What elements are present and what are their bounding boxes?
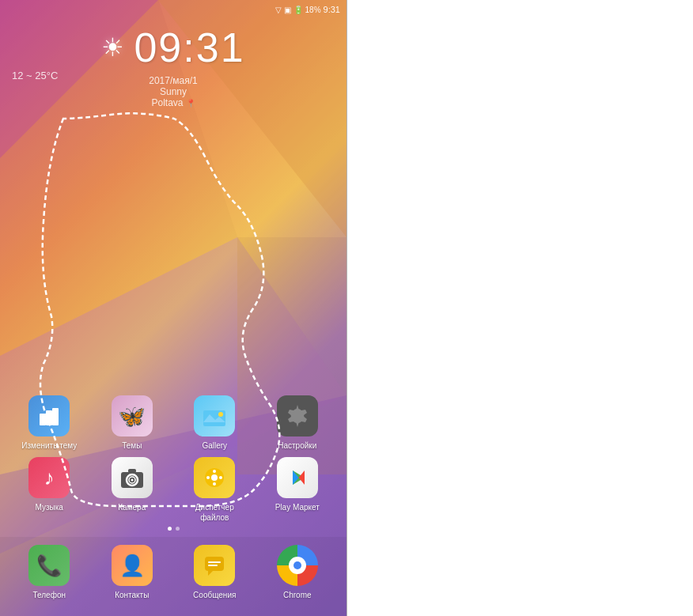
left-app-row-1: Изменить тему 🦋 Темы Gallery Настройки [8,395,339,451]
app-theme-left[interactable]: Изменить тему [21,395,77,451]
left-weather-label: Sunny [160,86,187,97]
svg-rect-28 [205,557,224,571]
battery-icon: 🔋 [293,6,303,14]
left-clock-main: ☀ 09:31 [101,24,244,71]
left-clock-widget: ☀ 09:31 [0,24,346,71]
app-settings-left[interactable]: Настройки [270,395,325,451]
left-clock-time: 09:31 [134,24,244,71]
signal-icon: ▣ [284,6,291,14]
app-files-left[interactable]: Диспетчер файлов [187,457,242,523]
app-play-left[interactable]: Play Маркет [270,457,325,523]
svg-rect-30 [208,561,221,563]
app-label-theme-left: Изменить тему [21,440,77,451]
app-icon-play-left [277,457,318,498]
left-temp: 12 ~ 25°C [12,70,58,81]
app-label-files-left: Диспетчер файлов [187,502,242,523]
svg-point-20 [211,474,218,481]
app-icon-theme-left [28,395,70,436]
app-icon-gallery-left [194,395,235,436]
app-themes-left[interactable]: 🦋 Темы [104,395,160,451]
svg-point-17 [131,479,133,482]
app-icon-files-left [194,457,235,498]
app-label-play-left: Play Маркет [275,502,320,512]
app-icon-music-left: ♪ [28,457,70,498]
app-music-left[interactable]: ♪ Музыка [21,457,77,523]
app-camera-left[interactable]: Камера [104,457,160,523]
app-label-themes-left: Темы [122,440,142,451]
app-label-settings-left: Настройки [278,440,316,451]
dock-label-phone-left: Телефон [33,590,66,600]
left-time: 9:31 [324,5,340,14]
svg-rect-18 [128,469,136,473]
app-icon-settings-left [277,395,318,436]
left-location: Poltava 📍 [151,97,195,108]
left-date: 2017/мая/1 [149,75,197,86]
wifi-icon: ▽ [275,6,282,14]
left-status-icons: ▽ ▣ 🔋 18% 9:31 [275,5,340,14]
svg-marker-27 [298,471,305,485]
app-icon-camera-left [112,457,153,498]
app-gallery-left[interactable]: Gallery [187,395,242,451]
svg-rect-7 [40,414,46,425]
dock-icon-phone-left: 📞 [28,545,70,586]
left-status-bar: ▽ ▣ 🔋 18% 9:31 [0,0,346,19]
dock-label-chrome-left: Chrome [283,590,312,600]
sun-icon-left: ☀ [101,32,124,62]
dock-chrome-left[interactable]: Chrome [270,545,325,600]
svg-rect-31 [208,565,218,566]
app-label-gallery-left: Gallery [202,440,227,451]
svg-point-21 [213,470,216,473]
panel-divider [346,0,347,616]
location-pin-left: 📍 [186,99,195,108]
svg-point-22 [213,482,216,486]
left-panel: ▽ ▣ 🔋 18% 9:31 ☀ 09:31 2017/мая/1 Sunny … [0,0,346,616]
dock-label-messages-left: Сообщения [193,590,236,600]
dock-icon-messages-left [194,545,235,586]
svg-point-23 [206,476,210,479]
left-dot-1 [168,527,172,531]
left-app-row-2: ♪ Музыка Камера Диспетчер файлов [8,457,339,523]
left-page-dots [0,527,346,531]
svg-point-24 [219,476,222,479]
left-dock: 📞 Телефон 👤 Контакты Сообщения Chrome [0,537,346,616]
left-dot-2 [176,527,180,531]
battery-percent-left: 18% [305,6,321,14]
svg-point-12 [218,412,223,417]
dock-phone-left[interactable]: 📞 Телефон [21,545,77,600]
svg-rect-9 [52,408,59,425]
dock-icon-chrome-left [277,545,318,586]
app-label-music-left: Музыка [36,502,63,512]
svg-rect-8 [46,410,52,425]
dock-messages-left[interactable]: Сообщения [187,545,242,600]
app-icon-themes-left: 🦋 [112,395,153,436]
dock-label-contacts-left: Контакты [115,590,149,600]
dock-icon-contacts-left: 👤 [112,545,153,586]
app-label-camera-left: Камера [118,502,146,512]
left-app-grid: Изменить тему 🦋 Темы Gallery Настройки [0,395,346,529]
dock-contacts-left[interactable]: 👤 Контакты [104,545,160,600]
svg-marker-29 [208,571,213,576]
